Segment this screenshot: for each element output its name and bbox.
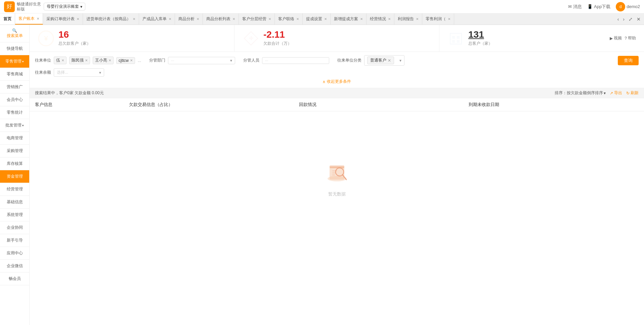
stat-actions: ▶ 视频 ? 帮助 xyxy=(610,35,636,41)
tab-next-btn[interactable]: › xyxy=(621,16,626,23)
empty-label: 暂无数据 xyxy=(328,191,346,197)
stat-value-total-customers: 131 xyxy=(468,30,492,39)
sidebar-item-ecommerce-mgmt[interactable]: 电商管理 xyxy=(0,132,29,145)
tab-expand-btn[interactable]: ⤢ xyxy=(627,16,634,23)
sidebar-item-batch-mgmt[interactable]: 批发管理 ▾ xyxy=(0,119,29,132)
help-btn[interactable]: ? 帮助 xyxy=(625,35,636,41)
sidebar-item-new-user-guide[interactable]: 新手引导 xyxy=(0,234,29,247)
stat-info-debt: -2.11 欠款合计（万） xyxy=(263,30,292,46)
remove-category-tag[interactable]: ✕ xyxy=(388,58,391,63)
tab-customer-contact[interactable]: 客户联络 ✕ xyxy=(275,13,303,25)
sidebar-item-system-mgmt[interactable]: 系统管理 xyxy=(0,209,29,221)
stat-label-total-customers: 总客户（家） xyxy=(468,41,492,46)
category-tag: 普通客户 ✕ xyxy=(367,57,394,64)
tab-close-all-btn[interactable]: ✕ xyxy=(635,16,642,23)
remove-tag-wang[interactable]: ✕ xyxy=(109,59,111,62)
more-tags-btn[interactable]: ... xyxy=(138,58,141,63)
svg-rect-6 xyxy=(457,36,460,39)
sidebar-item-member-vip[interactable]: 畅会员 xyxy=(0,273,29,285)
close-icon[interactable]: ✕ xyxy=(416,17,419,21)
sidebar-item-retail-mall[interactable]: 零售商城 xyxy=(0,68,29,81)
close-icon[interactable]: ✕ xyxy=(360,17,363,21)
tab-stock-stats[interactable]: 进货单统计表（按商品） ✕ xyxy=(83,13,139,25)
dept-select[interactable]: ··· ▾ xyxy=(168,57,235,64)
tab-prev-btn[interactable]: ‹ xyxy=(616,16,620,23)
tab-operation-status[interactable]: 经营情况 ✕ xyxy=(367,13,394,25)
sort-select[interactable]: 排序：按欠款金额倒序排序 ▾ xyxy=(555,90,606,96)
category-select[interactable]: 普通客户 ✕ ▾ xyxy=(364,55,404,66)
sidebar-item-retail-mgmt[interactable]: 零售管理 ▾ xyxy=(0,55,29,68)
result-bar: 搜索结果中，客户0家 欠款金额 0.00元 排序：按欠款金额倒序排序 ▾ ↗ 导… xyxy=(30,88,644,98)
sidebar-item-operation-mgmt[interactable]: 经营管理 xyxy=(0,183,29,196)
remove-tag-cjttcw[interactable]: ✕ xyxy=(130,59,133,62)
table-area: 客户信息 欠款交易信息（占比） 回款情况 到期未收款日期 xyxy=(30,98,644,325)
filter-tag-wang[interactable]: 王小亮 ✕ xyxy=(93,57,114,64)
header-right: ✉ 消息 📱 App下载 d demo2 xyxy=(568,2,640,11)
sidebar-item-enterprise-wechat[interactable]: 企业微信 xyxy=(0,260,29,273)
filter-tag-cjttcw[interactable]: cjttcw ✕ xyxy=(116,57,135,64)
close-icon[interactable]: ✕ xyxy=(388,17,391,21)
app-download-btn[interactable]: 📱 App下载 xyxy=(587,4,610,10)
sidebar-item-retail-stats[interactable]: 零售统计 xyxy=(0,106,29,119)
sidebar-item-capital-mgmt[interactable]: 资金管理 xyxy=(0,170,29,183)
close-icon[interactable]: ✕ xyxy=(232,17,235,21)
sidebar-item-quick-nav[interactable]: 快捷导航 xyxy=(0,42,29,55)
refresh-btn[interactable]: ↻ 刷新 xyxy=(626,90,639,96)
tab-product-analysis-list[interactable]: 商品分析列表 ✕ xyxy=(203,13,239,25)
close-icon[interactable]: ✕ xyxy=(296,17,299,21)
filter-row-1: 往来单位 伍 ✕ 陈民强 ✕ 王小亮 ✕ cjttcw ✕ xyxy=(35,55,639,66)
tab-customer-ledger[interactable]: 客户账本 ✕ xyxy=(15,13,43,25)
result-summary: 搜索结果中，客户0家 欠款金额 0.00元 xyxy=(35,90,104,96)
balance-select[interactable]: 选择... ▾ xyxy=(54,68,104,77)
diamond-plus-icon: ✛ xyxy=(243,30,259,47)
tab-purchase-order-stats[interactable]: 采购订单统计表 ✕ xyxy=(43,13,83,25)
account-dropdown[interactable]: 母婴行业演示账套 ▾ xyxy=(44,3,85,10)
tab-product-stock-in[interactable]: 产成品入库单 ✕ xyxy=(139,13,175,25)
close-icon[interactable]: ✕ xyxy=(448,17,450,21)
unit-label: 往来单位 xyxy=(35,58,51,63)
filter-tag-wu[interactable]: 伍 ✕ xyxy=(54,57,67,64)
close-icon[interactable]: ✕ xyxy=(133,17,135,21)
export-btn[interactable]: ↗ 导出 xyxy=(610,90,622,96)
top-header: 好 畅捷通好生意 标版 母婴行业演示账套 ▾ ✉ 消息 📱 App下载 d de… xyxy=(0,0,644,13)
staff-select[interactable]: ··· xyxy=(262,57,329,64)
svg-rect-11 xyxy=(330,166,344,168)
search-button[interactable]: 查询 xyxy=(618,56,639,65)
tab-retail-profit[interactable]: 零售利润（ ✕ xyxy=(422,13,454,25)
tab-promotion-settings[interactable]: 提成设置 ✕ xyxy=(303,13,331,25)
tab-customer-segment[interactable]: 客户分层经营 ✕ xyxy=(239,13,275,25)
tab-profit-report[interactable]: 利润报告 ✕ xyxy=(394,13,422,25)
collapse-btn[interactable]: ∧ 收起更多条件 xyxy=(323,79,351,84)
tab-home[interactable]: 首页 xyxy=(0,13,15,25)
table-header: 客户信息 欠款交易信息（占比） 回款情况 到期未收款日期 xyxy=(30,98,644,111)
col-debt-transaction: 欠款交易信息（占比） xyxy=(129,102,299,108)
remove-tag-wu[interactable]: ✕ xyxy=(61,59,64,62)
tab-new-promotion-plan[interactable]: 新增提成方案 ✕ xyxy=(331,13,367,25)
sidebar-item-app-center[interactable]: 应用中心 xyxy=(0,247,29,260)
user-menu[interactable]: d demo2 xyxy=(616,2,640,11)
sidebar-item-basic-info[interactable]: 基础信息 xyxy=(0,196,29,209)
sidebar-item-member-center[interactable]: 会员中心 xyxy=(0,94,29,106)
video-btn[interactable]: ▶ 视频 xyxy=(610,35,622,41)
close-icon[interactable]: ✕ xyxy=(324,17,327,21)
chevron-up-icon: ∧ xyxy=(323,79,326,84)
close-icon[interactable]: ✕ xyxy=(268,17,271,21)
tab-product-analysis[interactable]: 商品分析 ✕ xyxy=(175,13,203,25)
balance-label: 往来余额 xyxy=(35,70,51,75)
svg-rect-5 xyxy=(452,36,455,39)
remove-tag-chen[interactable]: ✕ xyxy=(85,59,88,62)
sidebar-search[interactable]: 🔍 搜索菜单 xyxy=(0,25,29,42)
table-body: 暂无数据 xyxy=(30,111,644,246)
sidebar-item-enterprise-coop[interactable]: 企业协同 xyxy=(0,221,29,234)
staff-label: 分管人员 xyxy=(243,58,259,63)
close-icon[interactable]: ✕ xyxy=(169,17,171,21)
message-btn[interactable]: ✉ 消息 xyxy=(568,4,582,10)
close-icon[interactable]: ✕ xyxy=(77,17,79,21)
filter-tag-chen[interactable]: 陈民强 ✕ xyxy=(69,57,90,64)
sidebar-item-inventory-check[interactable]: 库存核算 xyxy=(0,157,29,170)
close-icon[interactable]: ✕ xyxy=(197,17,199,21)
export-icon: ↗ xyxy=(610,91,613,96)
close-icon[interactable]: ✕ xyxy=(37,17,39,21)
sidebar-item-purchase-mgmt[interactable]: 采购管理 xyxy=(0,145,29,157)
sidebar-item-marketing[interactable]: 营销推广 xyxy=(0,81,29,94)
